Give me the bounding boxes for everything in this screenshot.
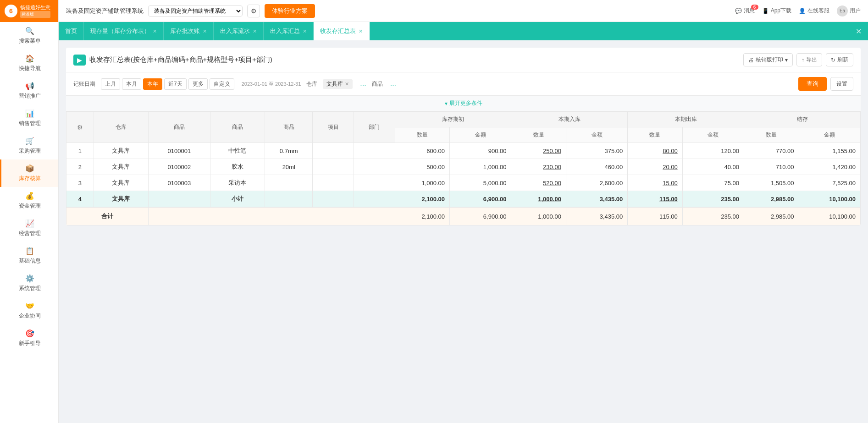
sidebar-icon-system: ⚙️: [25, 274, 34, 283]
sidebar-nav: 🔍 搜索菜单 🏠 快捷导航 📢 营销推广 📊 销售管理 🛒 采购管理 📦 库存核…: [0, 22, 58, 352]
app-download-button[interactable]: 📱 App下载: [762, 7, 791, 15]
cell-out-qty[interactable]: 20.00: [628, 159, 682, 175]
tab-recv_send[interactable]: 收发存汇总表✕: [314, 22, 370, 40]
cell-bal-amt: 1,155.00: [799, 143, 860, 159]
sidebar-icon-enterprise: 🤝: [25, 302, 34, 310]
tab-label-batch: 库存批次账: [170, 27, 200, 35]
date-btn-上月[interactable]: 上月: [101, 78, 120, 90]
tab-inout_summary[interactable]: 出入库汇总✕: [264, 22, 314, 40]
system-title: 装备及固定资产辅助管理系统: [66, 7, 144, 15]
sidebar-logo: 6 畅捷通好生意 标准版: [0, 0, 58, 22]
sidebar-label-sales: 销售管理: [19, 120, 41, 127]
table-gear-icon[interactable]: ⚙: [77, 124, 83, 131]
sidebar-label-basic: 基础信息: [19, 257, 41, 265]
cell-in-qty: 1,000.00: [511, 191, 566, 208]
cell-out-amt: 120.00: [682, 143, 744, 159]
cell-bal-amt: 7,525.00: [799, 175, 860, 191]
sidebar-item-operations[interactable]: 📈 经营管理: [0, 214, 58, 242]
message-button[interactable]: 💬 消息 6: [735, 7, 755, 15]
table-row: 2 文具库 0100002 胶水 20ml 500.00 1,000.00 23…: [66, 159, 861, 175]
cell-in-qty[interactable]: 250.00: [511, 143, 566, 159]
tab-close-inout_flow[interactable]: ✕: [253, 28, 257, 34]
cell-warehouse: 文具库: [94, 143, 148, 159]
set-button[interactable]: 设置: [830, 77, 853, 91]
sidebar-label-enterprise: 企业协同: [19, 312, 41, 320]
date-btn-本月[interactable]: 本月: [122, 78, 141, 90]
date-filter-label: 记账日期: [73, 80, 95, 88]
experience-button[interactable]: 体验行业方案: [265, 4, 315, 18]
tab-label-inout_flow: 出入库流水: [220, 27, 250, 35]
sidebar-item-search[interactable]: 🔍 搜索菜单: [0, 22, 58, 49]
col-header-dept: 部门: [354, 112, 395, 143]
sidebar-icon-finance: 💰: [25, 192, 34, 200]
date-btn-本年[interactable]: 本年: [143, 78, 162, 90]
footer-init-amt: 6,900.00: [450, 207, 511, 225]
cell-warehouse: 文具库: [94, 191, 148, 208]
toggle-arrow-button[interactable]: ▶: [73, 55, 86, 66]
date-btn-自定义[interactable]: 自定义: [210, 78, 234, 90]
cell-dept: [354, 159, 395, 175]
tab-close-recv_send[interactable]: ✕: [359, 28, 363, 34]
sidebar-item-quicknav[interactable]: 🏠 快捷导航: [0, 49, 58, 77]
sidebar-label-finance: 资金管理: [19, 202, 41, 210]
cell-in-amt: 3,435.00: [566, 191, 627, 208]
product-dots[interactable]: ...: [390, 80, 396, 88]
cell-out-amt: 235.00: [682, 191, 744, 208]
export-button[interactable]: ↑ 导出: [796, 53, 822, 66]
sidebar-item-purchase[interactable]: 🛒 采购管理: [0, 132, 58, 159]
warehouse-dots[interactable]: ...: [360, 80, 366, 88]
sidebar-icon-purchase: 🛒: [25, 137, 34, 145]
footer-init-qty: 2,100.00: [395, 207, 449, 225]
expand-button[interactable]: ▾ 展开更多条件: [445, 99, 482, 107]
cell-in-qty[interactable]: 230.00: [511, 159, 566, 175]
warehouse-tag-close[interactable]: ✕: [345, 81, 349, 87]
cell-in-qty[interactable]: 520.00: [511, 175, 566, 191]
sidebar-label-purchase: 采购管理: [19, 147, 41, 155]
sidebar-item-finance[interactable]: 💰 资金管理: [0, 187, 58, 214]
warehouse-filter-tag: 文具库 ✕: [323, 79, 353, 89]
refresh-button[interactable]: ↻ 刷新: [826, 53, 853, 66]
tab-home[interactable]: 首页: [59, 22, 84, 40]
cell-product: 胶水: [210, 159, 265, 175]
sidebar-item-sales[interactable]: 📊 销售管理: [0, 104, 58, 132]
sidebar-item-basic[interactable]: 📋 基础信息: [0, 242, 58, 269]
sidebar-icon-quicknav: 🏠: [25, 54, 34, 63]
sidebar-icon-inventory: 📦: [25, 164, 34, 173]
product-filter-label: 商品: [372, 80, 383, 88]
tab-close-inventory_dist[interactable]: ✕: [153, 28, 157, 34]
cell-code: 0100002: [149, 159, 210, 175]
tab-batch[interactable]: 库存批次账✕: [164, 22, 214, 40]
tab-close-inout_summary[interactable]: ✕: [303, 28, 307, 34]
date-btn-更多[interactable]: 更多: [188, 78, 208, 90]
table-row: 1 文具库 0100001 中性笔 0.7mm 600.00 900.00 25…: [66, 143, 861, 159]
system-select[interactable]: 装备及固定资产辅助管理系统: [148, 5, 243, 16]
date-btn-近7天[interactable]: 近7天: [164, 78, 187, 90]
cell-spec: [265, 191, 313, 208]
tab-inventory_dist[interactable]: 现存量（库存分布表）✕: [84, 22, 164, 40]
print-icon: 🖨: [748, 57, 754, 63]
sidebar-item-system[interactable]: ⚙️ 系统管理: [0, 269, 58, 297]
cell-code: 0100003: [149, 175, 210, 191]
online-service-button[interactable]: 👤 在线客服: [799, 7, 829, 15]
cell-init-amt: 6,900.00: [450, 191, 511, 208]
cell-project: [313, 143, 354, 159]
sidebar-item-inventory[interactable]: 📦 库存核算: [0, 159, 58, 187]
tab-bar-close[interactable]: ✕: [849, 27, 868, 36]
cell-bal-amt: 1,420.00: [799, 159, 860, 175]
tab-inout_flow[interactable]: 出入库流水✕: [214, 22, 264, 40]
gear-button[interactable]: ⚙: [247, 5, 260, 17]
date-filter-buttons: 上月本月本年近7天更多自定义: [101, 78, 234, 90]
cell-out-qty[interactable]: 80.00: [628, 143, 682, 159]
col-header-project: 项目: [313, 112, 354, 143]
cell-out-qty[interactable]: 15.00: [628, 175, 682, 191]
user-button[interactable]: Ea 用户: [837, 5, 861, 16]
data-table: ⚙ 仓库 商品 商品 商品 项目 部门 库存期初 本期入库 本期出库 结存 数量…: [66, 111, 861, 225]
tab-close-batch[interactable]: ✕: [203, 28, 207, 34]
cell-bal-qty: 1,505.00: [744, 175, 799, 191]
query-button[interactable]: 查询: [798, 77, 827, 91]
sidebar-item-marketing[interactable]: 📢 营销推广: [0, 77, 58, 104]
sidebar-item-enterprise[interactable]: 🤝 企业协同: [0, 297, 58, 324]
sidebar-item-newbie[interactable]: 🎯 新手引导: [0, 324, 58, 352]
print-button[interactable]: 🖨 核销版打印 ▾: [743, 53, 793, 66]
cell-no: 3: [66, 175, 94, 191]
